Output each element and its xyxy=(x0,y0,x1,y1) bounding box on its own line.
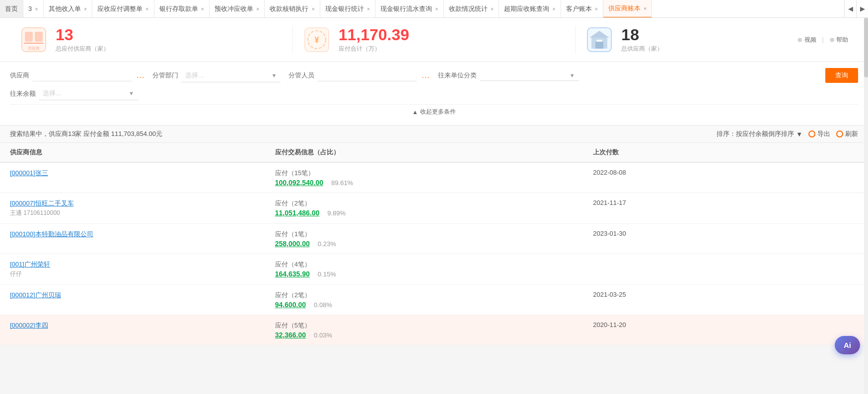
row2-tx-amount[interactable]: 11,051,486.00 xyxy=(275,209,320,217)
row1-supplier-col: [000001]张三 xyxy=(10,169,275,178)
nav-home-label: 首页 xyxy=(5,4,18,13)
row5-tx-amount[interactable]: 94,600.00 xyxy=(275,301,306,309)
amount-icon: ¥ xyxy=(303,26,331,54)
table-row[interactable]: [000001]张三 应付（15笔） 100,092,540.00 89.61%… xyxy=(0,163,868,193)
table-row[interactable]: [000002]李四 应付（5笔） 32,366.00 0.03% 2020-1… xyxy=(0,315,868,345)
nav-payment-verify-close[interactable]: × xyxy=(311,6,314,12)
row3-supplier-link[interactable]: [000100]本特勤油品有限公司 xyxy=(10,230,275,239)
row2-supplier-sub: 王通 17106110000 xyxy=(10,209,275,217)
row6-last-pay-value: 2020-11-20 xyxy=(593,321,626,328)
supplier-filter-dots[interactable]: ... xyxy=(137,71,145,80)
nav-arrows: ◀ ▶ xyxy=(844,0,868,18)
nav-home[interactable]: 首页 xyxy=(0,0,23,18)
nav-receipt-stat-close[interactable]: × xyxy=(491,6,494,12)
nav-cash-bank-stat-close[interactable]: × xyxy=(367,6,370,12)
nav-other-income[interactable]: 其他收入单 × xyxy=(44,0,92,18)
nav-tab3[interactable]: 3 × xyxy=(23,0,44,18)
results-summary: 搜索结果中，供应商13家 应付金额 111,703,854.00元 xyxy=(10,130,162,138)
nav-customer-book-close[interactable]: × xyxy=(595,6,598,12)
total-label: 总供应商（家） xyxy=(621,45,663,53)
nav-prepay-ar-close[interactable]: × xyxy=(256,6,259,12)
nav-ar-ap-adjust[interactable]: 应收应付调整单 × xyxy=(92,0,154,18)
video-link[interactable]: ⊙ 视频 xyxy=(797,36,816,44)
filter-row-2: 往来余额 选择... ▼ xyxy=(10,87,858,100)
nav-cash-bank-flow[interactable]: 现金银行流水查询 × xyxy=(375,0,443,18)
category-filter-label: 往来单位分类 xyxy=(438,71,477,80)
nav-other-income-label: 其他收入单 xyxy=(49,4,81,13)
balance-placeholder: 选择... xyxy=(43,89,129,98)
query-button[interactable]: 查询 xyxy=(825,68,858,83)
nav-customer-book[interactable]: 客户账本 × xyxy=(561,0,603,18)
summary-bar: 供应商 13 总应付供应商（家） ¥ 11,170.39 应付合计（万） xyxy=(0,18,868,62)
sort-selector[interactable]: 排序：按应付余额倒序排序 ▼ xyxy=(717,130,802,138)
dept-filter-dropdown[interactable]: 选择... ▼ xyxy=(181,69,281,82)
row6-lastpay: 2020-11-20 xyxy=(593,321,752,328)
row6-supplier-link[interactable]: [000002]李四 xyxy=(10,321,275,330)
nav-supplier-book-label: 供应商账本 xyxy=(608,4,641,13)
row3-tx-amount[interactable]: 258,000.00 xyxy=(275,240,310,248)
nav-supplier-book[interactable]: 供应商账本 × xyxy=(603,0,652,18)
export-button[interactable]: 导出 xyxy=(808,130,830,138)
row1-supplier-link[interactable]: [000001]张三 xyxy=(10,169,275,178)
nav-overdue-ar[interactable]: 超期应收账查询 × xyxy=(499,0,561,18)
supplier-icon: 供应商 xyxy=(20,26,48,54)
summary-text-total: 18 总供应商（家） xyxy=(621,27,663,53)
ai-button[interactable]: Ai xyxy=(835,336,860,345)
row2-last-pay-value: 2021-11-17 xyxy=(593,199,626,206)
nav-prepay-ar-label: 预收冲应收单 xyxy=(215,4,253,13)
table-row[interactable]: [000012]广州贝瑞 应付（2笔） 94,600.00 0.08% 2021… xyxy=(0,285,868,315)
help-link[interactable]: ⊙ 帮助 xyxy=(830,36,848,44)
nav-prepay-ar[interactable]: 预收冲应收单 × xyxy=(210,0,265,18)
header-supplier: 供应商信息 xyxy=(10,148,275,157)
row5-supplier-link[interactable]: [000012]广州贝瑞 xyxy=(10,291,275,300)
row6-transaction-col: 应付（5笔） 32,366.00 0.03% xyxy=(275,321,593,339)
nav-arrow-right[interactable]: ▶ xyxy=(856,0,868,18)
supplier-filter-input[interactable] xyxy=(32,69,132,81)
nav-bank-deposit[interactable]: 银行存取款单 × xyxy=(154,0,210,18)
row4-supplier-link[interactable]: [001]广州荣轩 xyxy=(10,260,275,269)
row6-tx-amount[interactable]: 32,366.00 xyxy=(275,331,306,339)
row4-tx-row: 164,635.90 0.15% xyxy=(275,269,593,278)
nav-other-income-close[interactable]: × xyxy=(84,6,87,12)
table-row[interactable]: [000100]本特勤油品有限公司 应付（1笔） 258,000.00 0.23… xyxy=(0,224,868,254)
collapse-button[interactable]: ▲ 收起更多条件 xyxy=(10,104,858,119)
nav-cash-bank-stat[interactable]: 现金银行统计 × xyxy=(320,0,375,18)
row1-tx-amount[interactable]: 100,092,540.00 xyxy=(275,179,323,187)
category-filter-dropdown[interactable]: ▼ xyxy=(480,70,579,81)
nav-cash-bank-flow-close[interactable]: × xyxy=(435,6,438,12)
sort-area: 排序：按应付余额倒序排序 ▼ 导出 刷新 xyxy=(717,130,858,138)
row3-transaction-col: 应付（1笔） 258,000.00 0.23% xyxy=(275,230,593,248)
svg-rect-1 xyxy=(25,32,33,42)
scrollbar-thumb[interactable] xyxy=(864,18,868,77)
nav-arrow-left[interactable]: ◀ xyxy=(844,0,856,18)
row4-supplier-col: [001]广州荣轩 仔仔 xyxy=(10,260,275,278)
results-bar: 搜索结果中，供应商13家 应付金额 111,703,854.00元 排序：按应付… xyxy=(0,126,868,143)
nav-supplier-book-close[interactable]: × xyxy=(644,5,647,11)
nav-bank-deposit-label: 银行存取款单 xyxy=(159,4,198,13)
supplier-filter-label: 供应商 xyxy=(10,71,29,80)
sort-arrow-icon: ▼ xyxy=(796,131,802,138)
refresh-button[interactable]: 刷新 xyxy=(836,130,858,138)
row6-transaction-info: 应付（5笔） 32,366.00 0.03% xyxy=(275,321,593,339)
suppliers-label: 总应付供应商（家） xyxy=(56,45,109,53)
nav-bank-deposit-close[interactable]: × xyxy=(201,6,204,12)
nav-payment-verify[interactable]: 收款核销执行 × xyxy=(265,0,320,18)
person-filter-input[interactable] xyxy=(317,69,417,81)
dept-dropdown-arrow: ▼ xyxy=(271,72,277,78)
balance-filter-dropdown[interactable]: 选择... ▼ xyxy=(39,87,138,100)
table-row[interactable]: [001]广州荣轩 仔仔 应付（4笔） 164,635.90 0.15% xyxy=(0,254,868,285)
nav-overdue-ar-close[interactable]: × xyxy=(552,6,555,12)
nav-receipt-stat[interactable]: 收款情况统计 × xyxy=(444,0,499,18)
table-row[interactable]: [000007]恒旺二手叉车 王通 17106110000 应付（2笔） 11,… xyxy=(0,193,868,224)
filter-supplier: 供应商 ... xyxy=(10,69,145,81)
row4-tx-amount[interactable]: 164,635.90 xyxy=(275,270,310,278)
nav-ar-ap-adjust-close[interactable]: × xyxy=(145,6,148,12)
row6-tx-label: 应付（5笔） xyxy=(275,321,593,330)
person-filter-dots[interactable]: ... xyxy=(422,71,430,80)
row2-lastpay: 2021-11-17 xyxy=(593,199,752,206)
nav-tab3-close[interactable]: × xyxy=(35,6,38,12)
scrollbar-y[interactable] xyxy=(864,18,868,345)
row5-transaction-info: 应付（2笔） 94,600.00 0.08% xyxy=(275,291,593,309)
filter-dept: 分管部门 选择... ▼ xyxy=(152,69,281,82)
row2-supplier-link[interactable]: [000007]恒旺二手叉车 xyxy=(10,199,275,208)
